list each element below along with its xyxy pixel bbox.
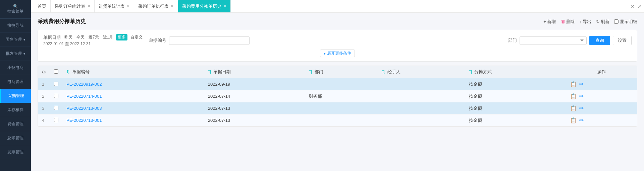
tab-purchase-order-stats[interactable]: 采购订单统计表 ✕ bbox=[51, 0, 95, 12]
row-method: 按金额 bbox=[465, 114, 566, 126]
row-method: 按金额 bbox=[465, 90, 566, 102]
dept-label: 部门 bbox=[508, 37, 517, 44]
settings-button[interactable]: 设置 bbox=[613, 36, 632, 45]
shortcut-1month[interactable]: 近1月 bbox=[102, 34, 114, 40]
view-icon[interactable]: 📋 bbox=[570, 117, 577, 123]
search-icon: 🔍 bbox=[13, 4, 18, 9]
sidebar-item-wholesale[interactable]: 批发管理 ▾ bbox=[0, 47, 31, 61]
row-checkbox-cell bbox=[50, 114, 62, 126]
row-date: 2022-09-19 bbox=[204, 78, 305, 90]
row-dept: 财务部 bbox=[305, 90, 378, 102]
show-cols-checkbox[interactable] bbox=[614, 19, 619, 24]
refresh-icon: ↻ bbox=[596, 19, 600, 24]
row-checkbox[interactable] bbox=[54, 118, 58, 122]
docno-link[interactable]: PE-20220714-001 bbox=[66, 94, 102, 99]
chevron-down-icon: ▾ bbox=[23, 52, 25, 56]
row-checkbox[interactable] bbox=[54, 106, 58, 110]
sidebar-item-inventory[interactable]: 库存核算 bbox=[0, 103, 31, 117]
shortcut-yesterday[interactable]: 昨天 bbox=[63, 34, 73, 40]
row-method: 按金额 bbox=[465, 102, 566, 114]
col-method: ⇅ 分摊方式 bbox=[465, 66, 566, 78]
shortcut-today[interactable]: 今天 bbox=[75, 34, 86, 40]
view-icon[interactable]: 📋 bbox=[570, 81, 577, 87]
docno-link[interactable]: PE-20220713-003 bbox=[66, 106, 102, 111]
close-icon[interactable]: ✕ bbox=[127, 4, 130, 8]
row-dept bbox=[305, 78, 378, 90]
maximize-icon[interactable]: ⤢ bbox=[637, 4, 641, 9]
sidebar-item-retail[interactable]: 零售管理 ▾ bbox=[0, 33, 31, 47]
shortcut-custom[interactable]: 自定义 bbox=[129, 34, 144, 40]
row-date: 2022-07-13 bbox=[204, 102, 305, 114]
table-row: 4 PE-20220713-001 2022-07-13 按金额 📋 ✏ bbox=[38, 114, 637, 126]
export-button[interactable]: ↑ 导出 bbox=[580, 19, 592, 25]
row-checkbox[interactable] bbox=[54, 82, 58, 86]
close-all-icon[interactable]: ✕ bbox=[631, 4, 635, 9]
expand-more-button[interactable]: ▾ 展开更多条件 bbox=[320, 50, 355, 57]
table-header-row: ⚙ ⇅ 单据编号 ⇅ 单据日期 ⇅ bbox=[38, 66, 637, 78]
row-num: 4 bbox=[38, 114, 50, 126]
sidebar-item-quicknav[interactable]: 快捷导航 bbox=[0, 19, 31, 33]
row-actions: 📋 ✏ bbox=[566, 90, 637, 102]
query-button[interactable]: 查询 bbox=[589, 36, 610, 45]
close-icon[interactable]: ✕ bbox=[87, 4, 90, 8]
sort-icon: ⇅ bbox=[469, 69, 473, 74]
docno-filter-group: 单据编号 bbox=[149, 36, 503, 45]
row-dept bbox=[305, 102, 378, 114]
table: ⚙ ⇅ 单据编号 ⇅ 单据日期 ⇅ bbox=[38, 66, 637, 126]
row-checkbox-cell bbox=[50, 90, 62, 102]
row-method: 按金额 bbox=[465, 78, 566, 90]
tab-purchase-exec[interactable]: 采购订单执行表 ✕ bbox=[134, 0, 178, 12]
table-body: 1 PE-20220919-002 2022-09-19 按金额 📋 ✏ 2 bbox=[38, 78, 637, 126]
col-date: ⇅ 单据日期 bbox=[204, 66, 305, 78]
sidebar-item-finance[interactable]: 资金管理 bbox=[0, 117, 31, 131]
row-num: 3 bbox=[38, 102, 50, 114]
shortcut-more[interactable]: 更多 bbox=[116, 34, 127, 40]
sidebar-item-ledger[interactable]: 总账管理 bbox=[0, 131, 31, 145]
row-checkbox[interactable] bbox=[54, 94, 58, 98]
close-icon[interactable]: ✕ bbox=[223, 4, 226, 8]
docno-link[interactable]: PE-20220919-002 bbox=[66, 82, 102, 87]
sidebar-item-ecom[interactable]: 电商管理 bbox=[0, 75, 31, 89]
sort-icon: ⇅ bbox=[208, 69, 212, 74]
export-icon: ↑ bbox=[580, 19, 582, 24]
tab-home[interactable]: 首页 bbox=[34, 0, 51, 12]
date-range-display: 2022-01-01 至 2022-12-31 bbox=[43, 41, 144, 47]
close-icon[interactable]: ✕ bbox=[171, 4, 174, 8]
docno-link[interactable]: PE-20220713-001 bbox=[66, 118, 102, 123]
edit-icon[interactable]: ✏ bbox=[579, 81, 584, 87]
row-num: 1 bbox=[38, 78, 50, 90]
date-shortcuts: 昨天 今天 近7天 近1月 更多 自定义 bbox=[63, 34, 144, 40]
sidebar-item-purchase[interactable]: 采购管理 bbox=[0, 89, 31, 103]
main-content: 首页 采购订单统计表 ✕ 进货单统计表 ✕ 采购订单执行表 ✕ 采购费用分摊单历… bbox=[31, 0, 644, 171]
date-label: 单据日期 bbox=[43, 34, 61, 40]
dept-select[interactable] bbox=[520, 36, 587, 45]
edit-icon[interactable]: ✏ bbox=[579, 117, 584, 123]
edit-icon[interactable]: ✏ bbox=[579, 93, 584, 99]
delete-button[interactable]: 🗑 删除 bbox=[561, 19, 575, 25]
sidebar-item-invoice[interactable]: 发票管理 bbox=[0, 145, 31, 159]
select-all-checkbox[interactable] bbox=[54, 69, 58, 74]
sidebar-item-ecom-small[interactable]: 小畅电商 bbox=[0, 61, 31, 75]
tab-goods-stats[interactable]: 进货单统计表 ✕ bbox=[95, 0, 134, 12]
docno-label: 单据编号 bbox=[149, 37, 166, 44]
show-cols-toggle[interactable]: 显示明细 bbox=[614, 19, 637, 25]
view-icon[interactable]: 📋 bbox=[570, 105, 577, 111]
row-handler bbox=[378, 114, 465, 126]
shortcut-7days[interactable]: 近7天 bbox=[88, 34, 100, 40]
sort-icon: ⇅ bbox=[309, 69, 313, 74]
row-actions: 📋 ✏ bbox=[566, 78, 637, 90]
dept-filter-group: 部门 查询 设置 bbox=[508, 36, 632, 45]
refresh-button[interactable]: ↻ 刷新 bbox=[596, 19, 609, 25]
view-icon[interactable]: 📋 bbox=[570, 93, 577, 99]
col-settings[interactable]: ⚙ bbox=[38, 66, 50, 78]
row-docno: PE-20220714-001 bbox=[62, 90, 204, 102]
add-button[interactable]: + 新增 bbox=[543, 19, 556, 25]
data-table: ⚙ ⇅ 单据编号 ⇅ 单据日期 ⇅ bbox=[38, 66, 637, 127]
sidebar-search[interactable]: 🔍 搜索菜单 bbox=[0, 0, 31, 19]
tab-cost-history[interactable]: 采购费用分摊单历史 ✕ bbox=[178, 0, 231, 12]
tab-actions: ✕ ⤢ bbox=[631, 4, 641, 9]
page-content: 采购费用分摊单历史 + 新增 🗑 删除 ↑ 导出 ↻ 刷新 bbox=[31, 13, 644, 171]
row-checkbox-cell bbox=[50, 78, 62, 90]
edit-icon[interactable]: ✏ bbox=[579, 105, 584, 111]
docno-input[interactable] bbox=[169, 36, 250, 45]
